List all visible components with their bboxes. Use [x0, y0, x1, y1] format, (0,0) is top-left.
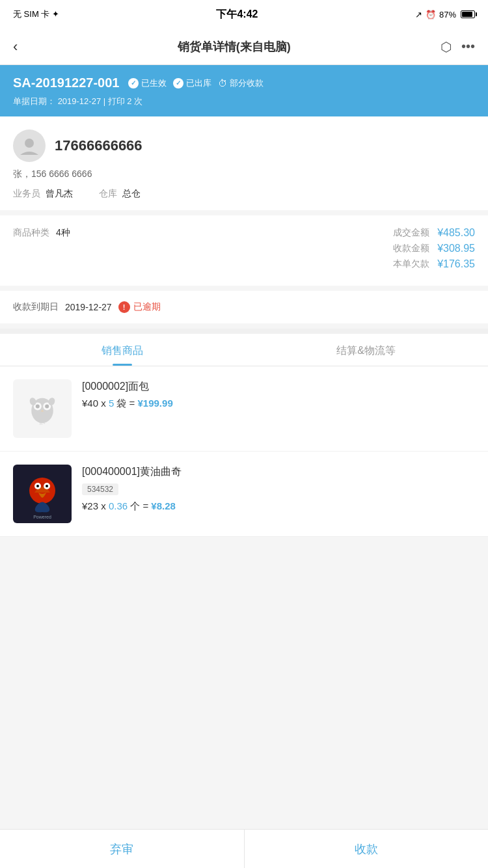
more-button[interactable]: ••• [461, 39, 475, 54]
product-item-1: 鱼+ [0000002]面包 ¥40 x 5 袋 = ¥199.99 [0, 366, 488, 452]
check-icon-2: ✓ [173, 78, 183, 88]
owed-label: 本单欠款 [393, 258, 429, 270]
status-time: 下午4:42 [216, 8, 258, 21]
product-name-2: [000400001]黄油曲奇 [82, 465, 475, 479]
bottom-action-bar: 弃审 收款 [0, 829, 488, 868]
owed-row: 本单欠款 ¥176.35 [393, 258, 475, 270]
product-qty-1: 5 [109, 398, 114, 409]
salesman-value: 曾凡杰 [46, 188, 73, 200]
svg-point-16 [46, 485, 48, 487]
product-sku-2: 534532 [82, 483, 118, 495]
received-row: 收款金额 ¥308.95 [393, 243, 475, 254]
collect-payment-button[interactable]: 收款 [245, 830, 489, 868]
received-label: 收款金额 [393, 243, 429, 254]
customer-avatar [13, 129, 46, 162]
product-price-2: ¥23 x 0.36 个 = ¥8.28 [82, 500, 475, 513]
alarm-icon: ⏰ [426, 10, 436, 20]
amount-value: ¥485.30 [437, 227, 475, 239]
amount-row: 成交金额 ¥485.30 [393, 227, 475, 239]
product-list: 鱼+ [0000002]面包 ¥40 x 5 袋 = ¥199.99 [0, 366, 488, 537]
section-divider [0, 329, 488, 334]
customer-sub-info: 张，156 6666 6666 [13, 169, 475, 180]
product-info-1: [0000002]面包 ¥40 x 5 袋 = ¥199.99 [82, 379, 475, 410]
order-date-row: 单据日期： 2019-12-27 | 打印 2 次 [13, 96, 475, 107]
svg-point-0 [25, 139, 34, 148]
warehouse-value: 总仓 [122, 188, 141, 200]
order-header: SA-20191227-001 ✓ 已生效 ✓ 已出库 ⏱ 部分收款 单据日期：… [0, 65, 488, 116]
badge-partial-payment: ⏱ 部分收款 [218, 77, 264, 89]
product-types-row: 商品种类 4种 [13, 227, 70, 239]
svg-point-5 [45, 404, 49, 408]
overdue-badge: ! 已逾期 [118, 301, 161, 313]
battery-percent: 87% [439, 10, 456, 20]
summary-left: 商品种类 4种 [13, 227, 70, 241]
product-info-2: [000400001]黄油曲奇 534532 ¥23 x 0.36 个 = ¥8… [82, 465, 475, 513]
nav-actions: ⬡ ••• [441, 39, 475, 55]
page-title: 销货单详情(来自电脑) [27, 39, 441, 55]
product-name-1: [0000002]面包 [82, 379, 475, 394]
order-badges: ✓ 已生效 ✓ 已出库 ⏱ 部分收款 [128, 77, 264, 89]
amount-label: 成交金额 [393, 227, 429, 239]
product-image-2: Powered [13, 465, 72, 523]
customer-section: 17666666666 张，156 6666 6666 业务员 曾凡杰 仓库 总… [0, 116, 488, 210]
battery-icon [461, 10, 475, 18]
tab-settlement[interactable]: 结算&物流等 [244, 334, 488, 366]
svg-point-15 [36, 485, 39, 487]
svg-text:Powered: Powered [33, 515, 51, 519]
salesman-info: 业务员 曾凡杰 [13, 188, 73, 200]
due-label: 收款到期日 [13, 301, 59, 313]
received-value: ¥308.95 [437, 243, 475, 254]
nav-bar: ‹ 销货单详情(来自电脑) ⬡ ••• [0, 29, 488, 65]
status-bar: 无 SIM 卡 ✦ 下午4:42 ↗ ⏰ 87% [0, 0, 488, 29]
overdue-text: 已逾期 [133, 301, 161, 313]
status-left: 无 SIM 卡 ✦ [13, 8, 59, 20]
check-icon-1: ✓ [128, 78, 139, 88]
tab-sales-products[interactable]: 销售商品 [0, 334, 244, 366]
warehouse-label: 仓库 [99, 188, 117, 200]
product-image-1: 鱼+ [13, 379, 72, 438]
due-section: 收款到期日 2019-12-27 ! 已逾期 [0, 291, 488, 323]
svg-point-4 [36, 404, 40, 408]
location-icon: ↗ [415, 10, 422, 20]
overdue-icon: ! [118, 301, 130, 313]
product-types-value: 4种 [56, 227, 70, 239]
abandon-review-button[interactable]: 弃审 [0, 830, 245, 868]
summary-section: 商品种类 4种 成交金额 ¥485.30 收款金额 ¥308.95 本单欠款 ¥… [0, 215, 488, 286]
product-price-1: ¥40 x 5 袋 = ¥199.99 [82, 398, 475, 410]
spacer-bottom [0, 537, 488, 582]
summary-right: 成交金额 ¥485.30 收款金额 ¥308.95 本单欠款 ¥176.35 [393, 227, 475, 274]
product-qty-2: 0.36 [109, 500, 128, 511]
due-date-value: 2019-12-27 [65, 302, 112, 312]
salesman-label: 业务员 [13, 188, 40, 200]
product-types-label: 商品种类 [13, 227, 49, 239]
product-total-2: ¥8.28 [151, 500, 176, 511]
tabs-bar: 销售商品 结算&物流等 [0, 334, 488, 366]
back-button[interactable]: ‹ [13, 38, 27, 55]
owed-value: ¥176.35 [437, 258, 475, 270]
customer-phone: 17666666666 [55, 137, 142, 154]
badge-effective: ✓ 已生效 [128, 77, 167, 89]
product-total-1: ¥199.99 [138, 398, 173, 409]
clock-icon: ⏱ [218, 78, 227, 88]
order-id: SA-20191227-001 [13, 75, 119, 90]
product-item-2: Powered [000400001]黄油曲奇 534532 ¥23 x 0.3… [0, 452, 488, 537]
warehouse-info: 仓库 总仓 [99, 188, 141, 200]
badge-shipped: ✓ 已出库 [173, 77, 211, 89]
customer-info-row: 业务员 曾凡杰 仓库 总仓 [13, 188, 475, 200]
share-button[interactable]: ⬡ [441, 39, 452, 55]
status-right: ↗ ⏰ 87% [415, 10, 475, 20]
svg-text:鱼+: 鱼+ [39, 421, 46, 425]
